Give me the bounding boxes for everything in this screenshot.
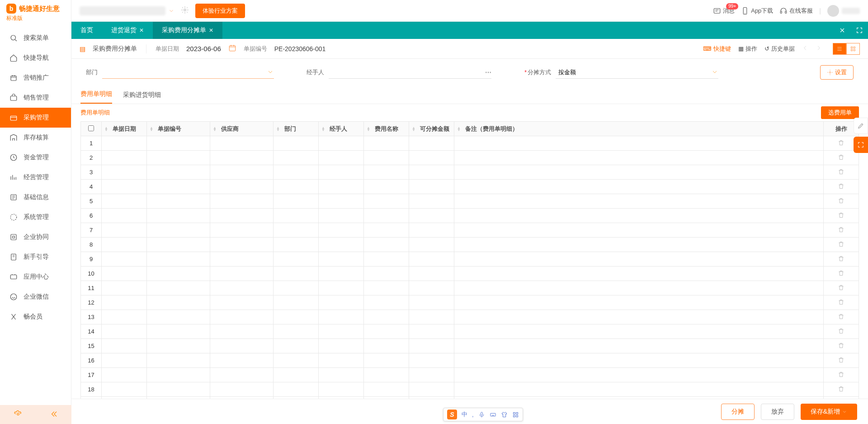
cell[interactable] bbox=[102, 223, 147, 238]
cell[interactable] bbox=[274, 267, 319, 281]
row-delete[interactable] bbox=[824, 223, 859, 238]
ime-lang[interactable]: 中 bbox=[462, 410, 467, 419]
cell[interactable] bbox=[274, 252, 319, 267]
cell[interactable] bbox=[319, 368, 364, 382]
tab-1[interactable]: 进货退货✕ bbox=[102, 22, 153, 39]
rail-expand-button[interactable] bbox=[854, 137, 868, 153]
sidebar-item-6[interactable]: 资金管理 bbox=[0, 148, 71, 167]
cell[interactable] bbox=[274, 209, 319, 223]
support-link[interactable]: 在线客服 bbox=[779, 7, 813, 15]
cell[interactable] bbox=[319, 238, 364, 252]
cell[interactable] bbox=[364, 223, 409, 238]
view-list-button[interactable] bbox=[833, 43, 846, 55]
org-settings-icon[interactable] bbox=[181, 6, 189, 15]
cell[interactable] bbox=[409, 136, 454, 151]
cell[interactable] bbox=[102, 295, 147, 310]
cell[interactable] bbox=[274, 151, 319, 165]
sidebar-item-14[interactable]: 畅会员 bbox=[0, 307, 71, 327]
cell[interactable] bbox=[454, 310, 824, 324]
cell[interactable] bbox=[210, 252, 274, 267]
cell[interactable] bbox=[454, 223, 824, 238]
cell[interactable] bbox=[409, 238, 454, 252]
cell[interactable] bbox=[147, 382, 210, 397]
cell[interactable] bbox=[102, 267, 147, 281]
row-delete[interactable] bbox=[824, 209, 859, 223]
cell[interactable] bbox=[409, 281, 454, 295]
cell[interactable] bbox=[409, 151, 454, 165]
table-row[interactable]: 12 bbox=[81, 295, 859, 310]
table-row[interactable]: 16 bbox=[81, 353, 859, 368]
table-row[interactable]: 13 bbox=[81, 310, 859, 324]
row-delete[interactable] bbox=[824, 267, 859, 281]
sidebar-item-12[interactable]: 应用中心 bbox=[0, 267, 71, 287]
row-delete[interactable] bbox=[824, 353, 859, 368]
cell[interactable] bbox=[210, 267, 274, 281]
cell[interactable] bbox=[147, 267, 210, 281]
save-and-new-button[interactable]: 保存&新增 bbox=[801, 404, 857, 420]
next-doc-button[interactable] bbox=[816, 45, 822, 52]
cell[interactable] bbox=[147, 295, 210, 310]
table-row[interactable]: 3 bbox=[81, 165, 859, 180]
cell[interactable] bbox=[147, 339, 210, 353]
cell[interactable] bbox=[454, 339, 824, 353]
row-delete[interactable] bbox=[824, 382, 859, 397]
cell[interactable] bbox=[147, 324, 210, 339]
cell[interactable] bbox=[102, 310, 147, 324]
cell[interactable] bbox=[102, 194, 147, 209]
more-icon[interactable]: ⋯ bbox=[485, 69, 492, 76]
shirt-icon[interactable] bbox=[501, 411, 508, 418]
cell[interactable] bbox=[409, 310, 454, 324]
cell[interactable] bbox=[319, 339, 364, 353]
cell[interactable] bbox=[210, 209, 274, 223]
row-delete[interactable] bbox=[824, 180, 859, 194]
cell[interactable] bbox=[454, 209, 824, 223]
cell[interactable] bbox=[454, 136, 824, 151]
doc-date-value[interactable]: 2023-06-06 bbox=[186, 45, 221, 52]
trial-plan-button[interactable]: 体验行业方案 bbox=[195, 4, 245, 18]
cell[interactable] bbox=[409, 368, 454, 382]
col-c3[interactable]: ▲▼供应商 bbox=[210, 122, 274, 136]
form-settings-button[interactable]: 设置 bbox=[820, 65, 854, 80]
cell[interactable] bbox=[274, 295, 319, 310]
ime-toolbar[interactable]: S 中 , bbox=[443, 408, 523, 421]
cell[interactable] bbox=[210, 339, 274, 353]
org-selector[interactable] bbox=[80, 6, 175, 15]
cell[interactable] bbox=[364, 136, 409, 151]
cell[interactable] bbox=[364, 339, 409, 353]
sort-icon[interactable]: ▲▼ bbox=[412, 127, 415, 131]
table-row[interactable]: 14 bbox=[81, 324, 859, 339]
cell[interactable] bbox=[147, 165, 210, 180]
allocate-button[interactable]: 分摊 bbox=[721, 404, 755, 420]
cell[interactable] bbox=[102, 252, 147, 267]
discard-button[interactable]: 放弃 bbox=[761, 404, 794, 420]
col-c7[interactable]: ▲▼可分摊金额 bbox=[409, 122, 454, 136]
cell[interactable] bbox=[319, 209, 364, 223]
cell[interactable] bbox=[102, 382, 147, 397]
select-all-checkbox[interactable] bbox=[88, 125, 94, 131]
cell[interactable] bbox=[102, 151, 147, 165]
row-delete[interactable] bbox=[824, 324, 859, 339]
cell[interactable] bbox=[409, 353, 454, 368]
cell[interactable] bbox=[409, 382, 454, 397]
settings-icon[interactable] bbox=[14, 410, 22, 419]
cell[interactable] bbox=[319, 295, 364, 310]
cell[interactable] bbox=[274, 281, 319, 295]
cell[interactable] bbox=[274, 382, 319, 397]
user-menu[interactable] bbox=[827, 5, 860, 17]
cell[interactable] bbox=[364, 281, 409, 295]
cell[interactable] bbox=[319, 180, 364, 194]
cell[interactable] bbox=[274, 353, 319, 368]
table-row[interactable]: 8 bbox=[81, 238, 859, 252]
cell[interactable] bbox=[274, 238, 319, 252]
table-row[interactable]: 17 bbox=[81, 368, 859, 382]
cell[interactable] bbox=[364, 165, 409, 180]
cell[interactable] bbox=[147, 368, 210, 382]
table-row[interactable]: 18 bbox=[81, 382, 859, 397]
cell[interactable] bbox=[364, 368, 409, 382]
cell[interactable] bbox=[454, 324, 824, 339]
row-delete[interactable] bbox=[824, 339, 859, 353]
cell[interactable] bbox=[147, 252, 210, 267]
table-row[interactable]: 15 bbox=[81, 339, 859, 353]
cell[interactable] bbox=[102, 238, 147, 252]
department-input[interactable] bbox=[102, 66, 274, 79]
